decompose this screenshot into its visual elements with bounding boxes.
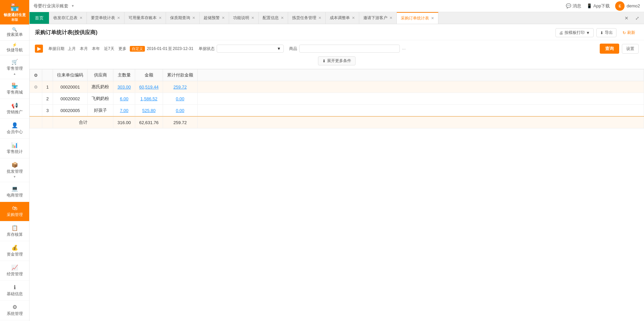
row-settings-icon: ⚙ (34, 85, 38, 90)
amount-link[interactable]: 1,586.52 (141, 96, 158, 101)
tab-maximize-btn[interactable]: ⤢ (633, 14, 641, 22)
tab-close-icon[interactable]: ✕ (318, 16, 321, 20)
tab-close-all-btn[interactable]: ✕ (623, 14, 631, 22)
paid-link[interactable]: 259.72 (173, 85, 187, 90)
sidebar-item-label: 基础信息 (7, 291, 23, 297)
shortcut-this-year[interactable]: 本年 (91, 45, 101, 52)
qty-link[interactable]: 6.00 (120, 96, 128, 101)
tab-function-desc[interactable]: 功能说明 ✕ (229, 12, 259, 24)
cell-extra (197, 93, 644, 105)
cell-code: 00020002 (53, 93, 88, 105)
avatar: E (615, 1, 625, 11)
shortcut-7days[interactable]: 近7天 (103, 45, 116, 52)
goods-input[interactable] (299, 45, 400, 53)
qty-link[interactable]: 7.00 (120, 108, 128, 113)
paid-link[interactable]: 0.00 (176, 96, 184, 101)
export-button[interactable]: ⬇ 导出 (596, 28, 616, 37)
tab-cost-adjust[interactable]: 成本调整单 ✕ (326, 12, 359, 24)
shortcut-this-month[interactable]: 本月 (78, 45, 89, 52)
tab-close-icon[interactable]: ✕ (431, 16, 434, 20)
amount-link[interactable]: 525.80 (142, 108, 156, 113)
amount-link[interactable]: 60,519.44 (139, 85, 159, 90)
sidebar-item-retail-stats[interactable]: 📊 零售统计 (0, 139, 29, 158)
sidebar-item-ecommerce[interactable]: 💻 电商管理 (0, 182, 29, 202)
sidebar-item-marketing[interactable]: 📢 营销推广 (0, 99, 29, 119)
tab-close-icon[interactable]: ✕ (352, 16, 355, 20)
sidebar-item-wholesale[interactable]: 📦 批发管理 ▼ (0, 158, 29, 182)
sidebar-item-operations[interactable]: 📈 经营管理 (0, 261, 29, 281)
print-dropdown-icon: ▼ (586, 31, 590, 35)
tab-available-inventory[interactable]: 可用量库存账本 ✕ (124, 12, 166, 24)
status-dropdown-icon: ▼ (277, 46, 281, 51)
workspace-selector[interactable]: 母婴行业演示账套 ▼ (34, 3, 74, 9)
custom-date-badge[interactable]: 自定义 (130, 46, 145, 52)
goods-label: 商品 (289, 46, 297, 52)
basic-info-icon: ℹ (14, 284, 16, 290)
cell-qty: 303.00 (113, 81, 135, 93)
print-button[interactable]: 🖨 按模板打印 ▼ (555, 28, 594, 37)
query-button[interactable]: 查询 (600, 44, 619, 54)
tab-close-icon[interactable]: ✕ (159, 16, 162, 20)
shortcut-more[interactable]: 更多 (117, 45, 128, 52)
tab-close-icon[interactable]: ✕ (117, 16, 120, 20)
expand-more-btn[interactable]: ⬇ 展开更多条件 (318, 56, 356, 65)
summary-seq (42, 116, 53, 128)
tab-purchase-summary[interactable]: 采购订单统计表 ✕ (397, 12, 438, 24)
cell-seq: 3 (42, 105, 53, 117)
cell-settings[interactable] (30, 93, 42, 105)
sidebar-item-label: 采购管理 (7, 212, 23, 218)
table-body: ⚙ 1 00020001 惠氏奶粉 303.00 60,519.44 259.7… (30, 81, 644, 117)
settings-button[interactable]: 设置 (622, 44, 639, 54)
sidebar-item-purchase[interactable]: 🛍 采购管理 (0, 202, 29, 221)
filter-collapse-btn[interactable]: ▶ (35, 45, 43, 53)
message-btn[interactable]: 💬 消息 (566, 3, 581, 9)
cell-settings[interactable] (30, 105, 42, 117)
qty-link[interactable]: 303.00 (117, 85, 131, 90)
summary-extra (197, 116, 644, 128)
cell-qty: 7.00 (113, 105, 135, 117)
sidebar-item-retail[interactable]: 🛒 零售管理 ▲ (0, 55, 29, 79)
tab-receive-summary[interactable]: 收发存汇总表 ✕ (49, 12, 87, 24)
sidebar-item-search[interactable]: 🔍 搜索菜单 (0, 24, 29, 41)
paid-link[interactable]: 0.00 (176, 108, 184, 113)
tab-close-icon[interactable]: ✕ (281, 16, 284, 20)
sidebar-item-inventory[interactable]: 📋 库存核算 (0, 221, 29, 241)
table-area: ⚙ 往来单位编码 供应商 主数量 金额 累计付款金额 ⚙ 1 0002000 (30, 69, 644, 321)
sidebar-item-member[interactable]: 👤 会员中心 (0, 119, 29, 139)
sidebar-item-retail-shop[interactable]: 🏪 零售商城 (0, 79, 29, 99)
sidebar-item-quick-nav[interactable]: ⚡ 快捷导航 (0, 41, 29, 55)
retail-icon: 🛒 (11, 59, 18, 65)
status-select[interactable]: ▼ (217, 45, 284, 53)
tab-close-icon[interactable]: ✕ (192, 16, 195, 20)
sidebar-item-basic-info[interactable]: ℹ 基础信息 (0, 281, 29, 301)
cell-code: 00020001 (53, 81, 88, 93)
tab-config-info[interactable]: 配置信息 ✕ (259, 12, 288, 24)
sidebar-item-system[interactable]: ⚙ 系统管理 (0, 301, 29, 320)
app-download-btn[interactable]: 📱 App下载 (587, 3, 610, 9)
tab-home-label: 首页 (35, 15, 44, 21)
cell-qty: 6.00 (113, 93, 135, 105)
tab-requisition-summary[interactable]: 要货单统计表 ✕ (87, 12, 124, 24)
summary-row: 合计 316.00 62,631.76 259.72 (30, 116, 644, 128)
cell-settings[interactable]: ⚙ (30, 81, 42, 93)
sidebar-item-label: 搜索菜单 (2, 32, 27, 38)
tab-close-icon[interactable]: ✕ (251, 16, 254, 20)
tab-close-icon[interactable]: ✕ (79, 16, 83, 20)
th-supplier: 供应商 (88, 69, 113, 81)
tab-home[interactable]: 首页 (30, 12, 49, 24)
refresh-button[interactable]: ↻ 刷新 (619, 29, 639, 37)
tab-pick-task[interactable]: 拣货任务管理 ✕ (288, 12, 326, 24)
shortcut-last-month[interactable]: 上月 (66, 45, 77, 52)
tab-invite-downstream[interactable]: 邀请下游客户 ✕ (359, 12, 397, 24)
tab-label: 邀请下游客户 (363, 15, 387, 21)
tab-close-icon[interactable]: ✕ (222, 16, 225, 20)
user-menu[interactable]: E demo2 (615, 1, 640, 11)
status-label: 单据状态 (199, 46, 215, 52)
sidebar-item-label: 资金管理 (7, 252, 23, 257)
sidebar-item-finance[interactable]: 💰 资金管理 (0, 241, 29, 261)
app-logo[interactable]: 🏪 畅捷通好生意 标版 (0, 0, 29, 24)
tab-overstock-alert[interactable]: 超储预警 ✕ (200, 12, 229, 24)
tab-expiry-query[interactable]: 保质期查询 ✕ (166, 12, 200, 24)
th-settings[interactable]: ⚙ (30, 69, 42, 81)
tab-close-icon[interactable]: ✕ (389, 16, 392, 20)
